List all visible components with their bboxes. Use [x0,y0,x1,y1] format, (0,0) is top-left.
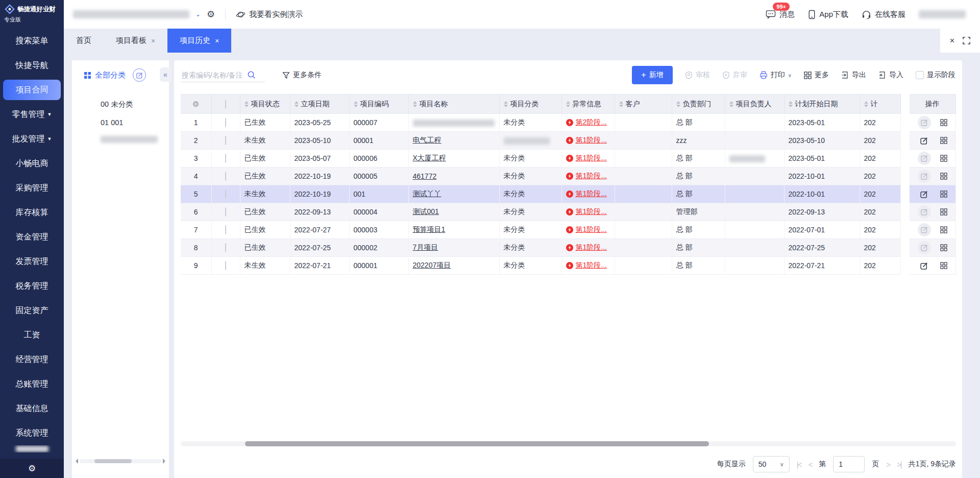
grid-actions-icon[interactable] [940,244,947,251]
sort-icon[interactable] [244,101,249,107]
header-dept[interactable]: 负责部门 [672,94,725,114]
edit-icon[interactable] [918,241,931,254]
header-name[interactable]: 项目名称 [408,94,499,114]
column-settings-header[interactable]: ⚙ [181,94,211,114]
header-date[interactable]: 立项日期 [290,94,349,114]
sort-icon[interactable] [413,101,417,107]
sidebar-item-quick-nav[interactable]: 快捷导航 [0,53,64,78]
error-link[interactable]: 第1阶段... [561,239,615,257]
sort-icon[interactable] [864,101,868,107]
project-name-link[interactable]: 测试丫丫 [413,189,442,198]
error-link[interactable]: 第1阶段... [561,185,615,203]
grid-actions-icon[interactable] [940,226,947,233]
header-owner[interactable]: 项目负责人 [725,94,784,114]
project-name-link[interactable]: 461772 [413,172,437,180]
fullscreen-icon[interactable] [963,37,970,44]
header-error[interactable]: 异常信息 [561,94,615,114]
grid-actions-icon[interactable] [940,262,947,269]
project-name-link[interactable]: 测试001 [413,207,439,216]
project-name-link[interactable]: 7月项目 [413,243,438,251]
more-button[interactable]: 更多 [804,70,829,80]
show-stage-checkbox[interactable] [916,71,924,79]
row-select[interactable] [211,150,240,168]
select-all-checkbox[interactable] [225,100,226,109]
error-link[interactable]: 第1阶段... [561,203,615,221]
sidebar-item-inventory[interactable]: 库存核算 [0,200,64,225]
edit-icon[interactable] [918,170,931,183]
category-item-redacted[interactable] [72,131,169,149]
sort-icon[interactable] [354,101,358,107]
audit-button[interactable]: 审核 [685,70,710,80]
sidebar-item-general-ledger[interactable]: 总账管理 [0,372,64,396]
print-button[interactable]: 打印 ∨ [760,70,792,80]
next-page-button[interactable]: > [886,460,890,469]
prev-page-button[interactable]: < [808,460,812,469]
sort-icon[interactable] [789,101,793,107]
show-stage-toggle[interactable]: 显示阶段 [916,70,955,80]
error-link[interactable]: 第1阶段... [561,150,615,168]
grid-actions-icon[interactable] [940,155,947,162]
sort-icon[interactable] [566,101,570,107]
grid-actions-icon[interactable] [940,173,947,180]
sidebar-item-operation[interactable]: 经营管理 [0,347,64,372]
tab-home[interactable]: 首页 [64,29,104,53]
sidebar-item-payroll[interactable]: 工资 [0,323,64,347]
project-name-link[interactable]: 电气工程 [413,136,442,144]
row-select[interactable] [211,257,240,275]
header-clipped[interactable]: 计 [860,94,900,114]
online-service-button[interactable]: 在线客服 [862,10,905,19]
close-icon[interactable]: × [215,37,219,45]
export-button[interactable]: 导出 [841,70,866,80]
row-select[interactable] [211,168,240,185]
header-start-date[interactable]: 计划开始日期 [784,94,860,114]
sidebar-item-funds[interactable]: 资金管理 [0,225,64,249]
header-settings-button[interactable]: ⚙ [207,9,215,20]
edit-icon[interactable] [918,116,931,129]
scrollbar-thumb[interactable] [94,459,132,463]
table-row[interactable]: 6 已生效 2022-09-13 000004 测试001 未分类 第1阶段..… [181,203,955,221]
row-select[interactable] [211,185,240,203]
table-row[interactable]: 1 已生效 2023-05-25 000007 未分类 第2阶段... 总 部 … [181,114,955,132]
select-all-header[interactable] [211,94,240,114]
edit-icon[interactable] [918,187,931,201]
scroll-right-arrow-icon[interactable] [163,459,168,464]
sidebar-item-wholesale[interactable]: 批发管理▼ [0,127,64,151]
category-item-001[interactable]: 01 001 [72,114,169,131]
project-name-link[interactable]: X大厦工程 [413,154,446,162]
row-select[interactable] [211,239,240,257]
import-button[interactable]: 导入 [878,70,903,80]
error-link[interactable]: 第1阶段... [561,221,615,239]
error-link[interactable]: 第1阶段... [561,168,615,185]
project-name-link[interactable]: 202207项目 [413,261,451,269]
table-row[interactable]: 4 已生效 2022-10-19 000005 461772 未分类 第1阶段.… [181,168,955,185]
sidebar-item-project-contract[interactable]: 项目合同 [3,80,61,100]
sidebar-item-ecommerce[interactable]: 小畅电商 [0,151,64,176]
row-select[interactable] [211,203,240,221]
scrollbar-thumb[interactable] [245,441,709,446]
row-select[interactable] [211,221,240,239]
edit-icon[interactable] [918,134,931,147]
sidebar-item-purchase[interactable]: 采购管理 [0,176,64,200]
last-page-button[interactable]: >| [897,460,901,469]
header-category[interactable]: 项目分类 [499,94,561,114]
app-download-button[interactable]: App下载 [808,10,848,19]
table-row[interactable]: 8 已生效 2022-07-25 000002 7月项目 未分类 第1阶段...… [181,239,955,257]
sidebar-item-retail[interactable]: 零售管理▼ [0,102,64,127]
sort-icon[interactable] [504,101,508,107]
messages-button[interactable]: 99+ 消息 [766,10,795,19]
grid-actions-icon[interactable] [940,190,947,198]
sidebar-item-base-info[interactable]: 基础信息 [0,396,64,421]
search-input[interactable] [182,71,247,79]
category-item-unclassified[interactable]: 00 未分类 [72,95,169,114]
sidebar-item-system[interactable]: 系统管理 [0,421,64,445]
demo-link[interactable]: 我要看实例演示 [236,10,303,19]
per-page-select[interactable]: 50 ∨ [753,456,790,472]
unaudit-button[interactable]: 弃审 [722,70,747,80]
search-icon[interactable] [247,70,256,79]
more-filters-button[interactable]: 更多条件 [282,70,322,80]
header-status[interactable]: 项目状态 [240,94,290,114]
tab-project-history[interactable]: 项目历史× [167,29,231,53]
table-row[interactable]: 9 未生效 2022-07-21 000001 202207项目 未分类 第1阶… [181,257,955,275]
sidebar-item-search-menu[interactable]: 搜索菜单 [0,29,64,53]
sidebar-item-fixed-assets[interactable]: 固定资产 [0,298,64,323]
